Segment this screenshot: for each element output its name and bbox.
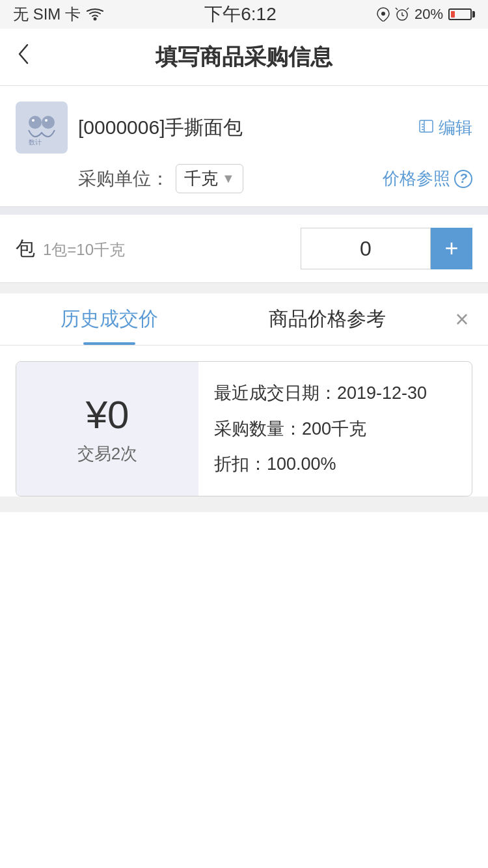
- battery-icon: [448, 8, 475, 20]
- price-right-panel: 最近成交日期：2019-12-30 采购数量：200千克 折扣：100.00%: [198, 362, 472, 496]
- info-icon: ?: [454, 170, 472, 188]
- svg-point-0: [94, 18, 97, 21]
- quantity-unit-main: 包: [16, 236, 35, 262]
- product-header: 数计 [0000006]手撕面包 编辑: [16, 102, 472, 154]
- battery-percent: 20%: [414, 6, 443, 23]
- tab-history-price[interactable]: 历史成交价: [0, 293, 218, 345]
- tabs-section: 历史成交价 商品价格参考 × ¥0 交易2次 最近成交日期：2019-12-30…: [0, 293, 488, 496]
- product-name: [0000006]手撕面包: [78, 115, 243, 141]
- edit-label: 编辑: [439, 116, 472, 139]
- status-time: 下午6:12: [204, 2, 277, 27]
- location-icon: [377, 7, 390, 21]
- recent-date-label: 最近成交日期：: [214, 383, 337, 403]
- unit-value: 千克: [184, 167, 218, 190]
- price-left-panel: ¥0 交易2次: [16, 362, 198, 496]
- edit-button[interactable]: 编辑: [419, 116, 472, 139]
- svg-point-6: [42, 116, 55, 129]
- product-logo: 数计: [22, 108, 61, 147]
- status-bar: 无 SIM 卡 下午6:12 20%: [0, 0, 488, 29]
- price-currency: ¥: [86, 393, 107, 437]
- product-unit-row: 采购单位： 千克 ▼ 价格参照 ?: [78, 164, 472, 193]
- purchase-quantity-label: 采购数量：: [214, 419, 302, 439]
- quantity-unit-sub: 1包=10千克: [43, 239, 125, 260]
- tabs-header: 历史成交价 商品价格参考 ×: [0, 293, 488, 346]
- quantity-plus-button[interactable]: +: [431, 228, 472, 269]
- alarm-icon: [395, 7, 409, 21]
- discount-label: 折扣：: [214, 454, 267, 474]
- price-card: ¥0 交易2次 最近成交日期：2019-12-30 采购数量：200千克 折扣：…: [16, 361, 472, 496]
- tab-close-button[interactable]: ×: [436, 306, 488, 333]
- quantity-input[interactable]: 0: [301, 228, 431, 269]
- recent-date-value: 2019-12-30: [337, 383, 427, 403]
- tab2-label: 商品价格参考: [269, 306, 386, 332]
- quantity-section: 包 1包=10千克 0 +: [0, 207, 488, 283]
- discount-value: 100.00%: [267, 454, 336, 474]
- unit-chevron-icon: ▼: [222, 171, 235, 186]
- price-value: 0: [107, 393, 129, 437]
- status-left: 无 SIM 卡: [13, 4, 104, 25]
- quantity-controls: 0 +: [301, 228, 472, 269]
- unit-label: 采购单位：: [78, 167, 169, 191]
- tab1-label: 历史成交价: [61, 306, 158, 332]
- close-icon: ×: [455, 306, 468, 333]
- status-right: 20%: [377, 6, 475, 23]
- svg-text:数计: 数计: [29, 139, 42, 146]
- quantity-divider: [0, 207, 488, 215]
- svg-rect-10: [420, 120, 433, 132]
- page-title: 填写商品采购信息: [156, 42, 332, 72]
- tab-active-indicator: [83, 342, 135, 345]
- wifi-icon: [86, 8, 104, 21]
- price-amount: ¥0: [86, 392, 129, 437]
- quantity-label: 包 1包=10千克: [16, 236, 125, 262]
- quantity-row: 包 1包=10千克 0 +: [0, 215, 488, 282]
- quantity-row-detail: 采购数量：200千克: [214, 416, 456, 442]
- recent-date-row: 最近成交日期：2019-12-30: [214, 380, 456, 407]
- price-trades: 交易2次: [77, 442, 137, 465]
- discount-row: 折扣：100.00%: [214, 451, 456, 478]
- product-left: 数计 [0000006]手撕面包: [16, 102, 243, 154]
- nav-bar: 填写商品采购信息: [0, 29, 488, 86]
- main-content: [0, 512, 488, 869]
- quantity-value: 0: [360, 237, 372, 261]
- carrier-text: 无 SIM 卡: [13, 4, 81, 25]
- svg-point-7: [32, 119, 34, 122]
- edit-icon: [419, 120, 435, 135]
- tab-price-ref[interactable]: 商品价格参考: [218, 293, 436, 345]
- svg-point-8: [45, 119, 47, 122]
- product-card: 数计 [0000006]手撕面包 编辑 采购单位： 千克 ▼ 价格参照: [0, 86, 488, 207]
- product-thumbnail: 数计: [16, 102, 68, 154]
- unit-select[interactable]: 千克 ▼: [176, 164, 243, 193]
- svg-point-5: [29, 116, 42, 129]
- svg-point-1: [381, 12, 385, 16]
- price-ref-label: 价格参照: [383, 167, 450, 190]
- back-button[interactable]: [16, 42, 31, 72]
- purchase-quantity-value: 200千克: [302, 419, 366, 439]
- price-ref-button[interactable]: 价格参照 ?: [383, 167, 472, 190]
